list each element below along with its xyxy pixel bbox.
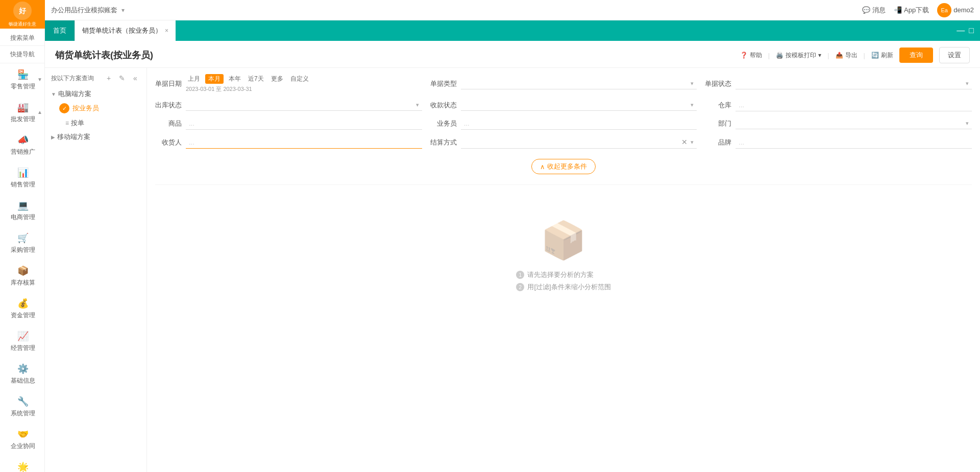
goods-label: 商品 xyxy=(155,119,182,128)
date-tabs: 上月 本月 本年 近7天 更多 自定义 xyxy=(186,74,422,84)
print-button[interactable]: 🖨️ 按模板打印 ▾ xyxy=(776,51,821,60)
message-label: 消息 xyxy=(872,6,886,15)
help-button[interactable]: ❓ 帮助 xyxy=(740,51,762,60)
print-dropdown-icon: ▾ xyxy=(818,52,821,59)
left-panel-header: 按以下方案查询 + ✎ « xyxy=(45,73,146,87)
scheme-item-salesperson[interactable]: ✓ 按业务员 xyxy=(47,101,144,116)
salesman-input[interactable]: ... xyxy=(461,117,697,130)
basic-icon: ⚙️ xyxy=(17,363,29,375)
collect-status-label: 收款状态 xyxy=(430,101,457,110)
system-icon: 🔧 xyxy=(17,395,29,408)
mobile-group-label: 移动端方案 xyxy=(57,132,90,141)
user-profile[interactable]: Ea demo2 xyxy=(937,3,974,17)
left-panel-title: 按以下方案查询 xyxy=(51,74,94,83)
settle-clear-button[interactable]: ✕ xyxy=(680,138,689,146)
tip-1-num: 1 xyxy=(516,271,524,279)
refresh-label: 刷新 xyxy=(881,51,893,60)
sidebar-item-inventory[interactable]: 📦 库存核算 xyxy=(0,259,44,292)
doc-type-input[interactable]: ▾ xyxy=(461,78,697,89)
app-download-icon: 📲 xyxy=(894,6,902,14)
tab-home[interactable]: 首页 xyxy=(45,20,75,41)
ecommerce-icon: 💻 xyxy=(17,199,29,212)
right-panel: 单据日期 上月 本月 本年 近7天 更多 自定义 20 xyxy=(147,68,980,472)
separator3: | xyxy=(864,52,865,59)
out-status-input[interactable]: ▾ xyxy=(186,100,422,111)
settings-button[interactable]: 设置 xyxy=(939,47,970,63)
sidebar-item-marketing-label: 营销推广 xyxy=(11,148,35,156)
dept-input[interactable]: ▾ xyxy=(736,118,972,129)
filter-warehouse: 仓库 ... xyxy=(705,99,972,111)
date-tab-this-month[interactable]: 本月 xyxy=(205,74,224,84)
sidebar-item-sales[interactable]: 📊 销售管理 xyxy=(0,161,44,194)
goods-input[interactable]: ... xyxy=(186,117,422,130)
desktop-group-label: 电脑端方案 xyxy=(58,89,91,99)
logo-text: 畅捷通好生意 xyxy=(9,21,36,28)
scheme-group-mobile: ▶ 移动端方案 xyxy=(47,130,144,144)
add-scheme-button[interactable]: + xyxy=(104,73,114,83)
tab-minimize-button[interactable]: — xyxy=(957,26,965,35)
warehouse-input[interactable]: ... xyxy=(736,99,972,111)
empty-tips: 1 请先选择要分析的方案 2 用[过滤]条件来缩小分析范围 xyxy=(516,270,610,292)
sidebar-item-finance-label: 资金管理 xyxy=(11,311,35,320)
scheme-group-desktop-header[interactable]: ▼ 电脑端方案 xyxy=(47,87,144,101)
sidebar-item-enterprise[interactable]: 🤝 企业协同 xyxy=(0,423,44,456)
refresh-button[interactable]: 🔄 刷新 xyxy=(871,51,893,60)
collapse-button[interactable]: ∧ 收起更多条件 xyxy=(531,159,596,174)
salesman-placeholder: ... xyxy=(464,120,470,127)
sidebar-item-basic-label: 基础信息 xyxy=(11,376,35,385)
sidebar-item-operation[interactable]: 📈 经营管理 xyxy=(0,325,44,358)
left-panel: 按以下方案查询 + ✎ « ▼ 电脑端方案 ✓ xyxy=(45,68,147,472)
collapse-panel-button[interactable]: « xyxy=(130,73,140,83)
scheme-item-salesperson-label: 按业务员 xyxy=(72,104,99,113)
filter-dept: 部门 ▾ xyxy=(705,117,972,130)
topbar: 办公用品行业模拟账套 ▾ 💬 消息 📲 App下载 Ea demo2 xyxy=(45,0,980,20)
date-tab-last-month[interactable]: 上月 xyxy=(186,74,202,84)
main-area: 办公用品行业模拟账套 ▾ 💬 消息 📲 App下载 Ea demo2 首页 xyxy=(45,0,980,472)
collect-status-input[interactable]: ▾ xyxy=(461,100,697,111)
scheme-group-mobile-header[interactable]: ▶ 移动端方案 xyxy=(47,130,144,144)
tab-maximize-button[interactable]: □ xyxy=(969,26,974,35)
page-title: 销货单统计表(按业务员) xyxy=(55,49,153,61)
date-tab-more[interactable]: 更多 xyxy=(269,74,285,84)
sidebar-item-ecommerce[interactable]: 💻 电商管理 xyxy=(0,194,44,227)
tip-2-num: 2 xyxy=(516,283,524,291)
app-download-button[interactable]: 📲 App下载 xyxy=(894,6,929,15)
scheme-sub-order-label: 按单 xyxy=(71,119,84,128)
sidebar-item-newuser[interactable]: 🌟 新手引导 xyxy=(0,456,44,472)
sidebar-item-system[interactable]: 🔧 系统管理 xyxy=(0,390,44,423)
operation-icon: 📈 xyxy=(17,330,29,343)
sidebar-search[interactable]: 搜索菜单 xyxy=(0,29,44,46)
help-label: 帮助 xyxy=(750,51,762,60)
svg-text:好: 好 xyxy=(18,7,27,15)
scheme-sub-item-order[interactable]: ≡ 按单 xyxy=(47,116,144,130)
edit-scheme-button[interactable]: ✎ xyxy=(117,73,127,83)
tab-sales-stat[interactable]: 销货单统计表（按业务员） × xyxy=(75,20,176,41)
sidebar-item-marketing[interactable]: 📣 营销推广 xyxy=(0,129,44,161)
sidebar-quick[interactable]: 快捷导航 xyxy=(0,46,44,63)
consignee-input[interactable]: ... xyxy=(186,136,422,149)
doc-status-input[interactable]: ▾ xyxy=(736,78,972,89)
settle-input[interactable]: ✕ ▾ xyxy=(461,136,697,149)
avatar: Ea xyxy=(937,3,951,17)
sidebar-item-purchase[interactable]: 🛒 采购管理 xyxy=(0,227,44,259)
brand-input[interactable]: ... xyxy=(736,136,972,149)
sidebar: 好 畅捷通好生意 搜索菜单 快捷导航 🏪 零售管理 ▼ 🏭 批发管理 ▲ 📣 营… xyxy=(0,0,45,472)
message-button[interactable]: 💬 消息 xyxy=(862,6,886,15)
sidebar-item-finance[interactable]: 💰 资金管理 xyxy=(0,292,44,325)
sidebar-item-retail[interactable]: 🏪 零售管理 ▼ xyxy=(0,63,44,96)
date-tab-this-year[interactable]: 本年 xyxy=(227,74,243,84)
date-range: 2023-03-01 至 2023-03-31 xyxy=(186,85,422,93)
sidebar-item-wholesale[interactable]: 🏭 批发管理 ▲ xyxy=(0,96,44,129)
tab-close-icon[interactable]: × xyxy=(165,27,168,34)
filter-salesman: 业务员 ... xyxy=(430,117,697,130)
export-button[interactable]: 📤 导出 xyxy=(836,51,857,60)
topbar-dropdown-icon[interactable]: ▾ xyxy=(121,7,125,14)
consignee-placeholder: ... xyxy=(189,138,194,146)
avatar-text: Ea xyxy=(941,7,948,13)
date-tab-7days[interactable]: 近7天 xyxy=(246,74,266,84)
date-tab-custom[interactable]: 自定义 xyxy=(288,74,311,84)
out-status-dropdown-icon: ▾ xyxy=(416,102,419,108)
date-group: 上月 本月 本年 近7天 更多 自定义 2023-03-01 至 2023-03… xyxy=(186,74,422,93)
query-button[interactable]: 查询 xyxy=(899,48,933,63)
sidebar-item-basic[interactable]: ⚙️ 基础信息 xyxy=(0,358,44,390)
